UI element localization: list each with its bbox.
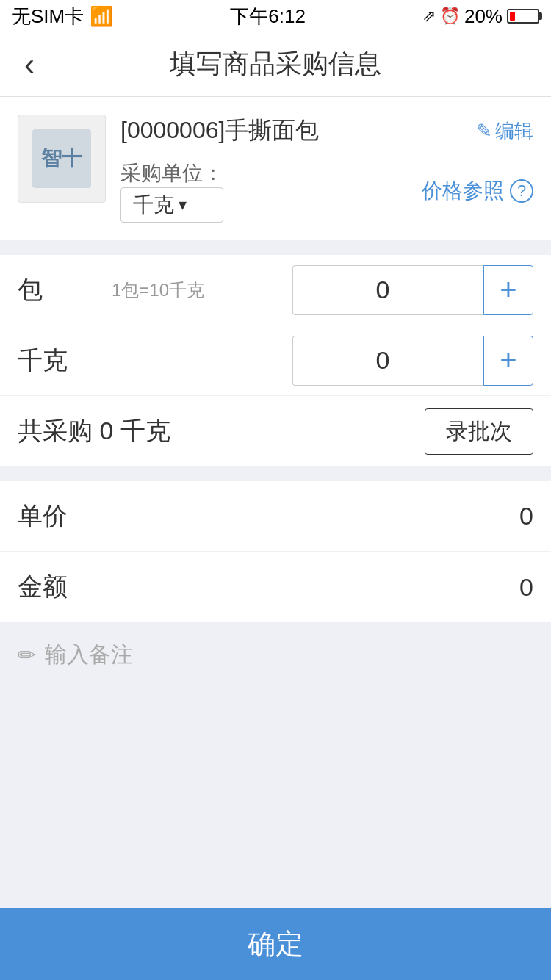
package-input-group: + [292, 265, 533, 315]
package-sublabel: 1包=10千克 [112, 278, 204, 302]
location-icon: ⇗ [422, 7, 436, 26]
remark-placeholder: 输入备注 [45, 640, 133, 670]
edit-button[interactable]: ✎ 编辑 [476, 118, 533, 144]
batch-button[interactable]: 录批次 [425, 408, 533, 455]
product-info: [0000006]手撕面包 ✎ 编辑 采购单位： 千克 ▾ 价格参照 ? [120, 115, 533, 223]
unit-select[interactable]: 千克 ▾ [120, 187, 223, 223]
amount-value: 0 [519, 573, 533, 602]
unit-price-row: 单价 0 [0, 481, 551, 552]
price-ref-label: 价格参照 [422, 177, 504, 205]
edit-icon: ✎ [476, 120, 492, 143]
unit-price-label: 单价 [18, 500, 68, 533]
product-name-row: [0000006]手撕面包 ✎ 编辑 [120, 115, 533, 147]
amount-row: 金额 0 [0, 552, 551, 622]
product-thumbnail: 智十 [32, 129, 91, 188]
form-section-package: 包 1包=10千克 + [0, 255, 551, 325]
confirm-button[interactable]: 确定 [248, 926, 303, 963]
summary-row: 共采购 0 千克 录批次 [0, 396, 551, 466]
status-right: ⇗ ⏰ 20% [422, 5, 539, 28]
content-filler [0, 688, 551, 908]
unit-label-group: 采购单位： 千克 ▾ [120, 159, 223, 223]
package-input[interactable] [292, 265, 483, 315]
remark-section[interactable]: ✏ 输入备注 [0, 622, 551, 688]
unit-label: 采购单位： [120, 162, 223, 184]
package-row: 包 1包=10千克 + [0, 255, 551, 325]
kilogram-plus-button[interactable]: + [483, 336, 533, 386]
product-name: [0000006]手撕面包 [120, 115, 319, 147]
section-separator-2 [0, 466, 551, 481]
back-button[interactable]: ‹ [0, 47, 59, 82]
carrier-text: 无SIM卡 [12, 4, 84, 29]
kilogram-input[interactable] [292, 336, 483, 386]
amount-label: 金额 [18, 570, 68, 604]
product-logo: 智十 [41, 145, 82, 173]
package-plus-button[interactable]: + [483, 265, 533, 315]
help-icon: ? [510, 179, 533, 203]
battery-text: 20% [464, 5, 503, 28]
unit-value: 千克 [133, 191, 174, 219]
product-image: 智十 [18, 115, 106, 203]
confirm-bar[interactable]: 确定 [0, 908, 551, 980]
summary-text: 共采购 0 千克 [18, 414, 170, 448]
battery-icon [507, 9, 539, 24]
status-bar: 无SIM卡 📶 下午6:12 ⇗ ⏰ 20% [0, 0, 551, 32]
product-card: 智十 [0000006]手撕面包 ✎ 编辑 采购单位： 千克 ▾ 价格参照 ? [0, 97, 551, 240]
wifi-icon: 📶 [90, 5, 113, 28]
page-title: 填写商品采购信息 [170, 46, 381, 82]
package-label: 包 [18, 273, 106, 307]
unit-price-value: 0 [519, 502, 533, 530]
kilogram-row: 千克 + [0, 325, 551, 396]
unit-row: 采购单位： 千克 ▾ 价格参照 ? [120, 159, 533, 223]
dropdown-icon: ▾ [179, 195, 187, 215]
kilogram-input-group: + [292, 336, 533, 386]
back-icon: ‹ [24, 47, 35, 82]
alarm-icon: ⏰ [440, 7, 460, 26]
nav-bar: ‹ 填写商品采购信息 [0, 32, 551, 97]
edit-label: 编辑 [495, 118, 533, 144]
price-section: 单价 0 金额 0 [0, 481, 551, 622]
kilogram-label: 千克 [18, 344, 106, 378]
pencil-icon: ✏ [18, 642, 36, 668]
status-time: 下午6:12 [230, 4, 306, 29]
status-left: 无SIM卡 📶 [12, 4, 113, 29]
price-ref-button[interactable]: 价格参照 ? [422, 177, 533, 205]
form-section-kilogram: 千克 + [0, 325, 551, 396]
section-separator-1 [0, 240, 551, 255]
